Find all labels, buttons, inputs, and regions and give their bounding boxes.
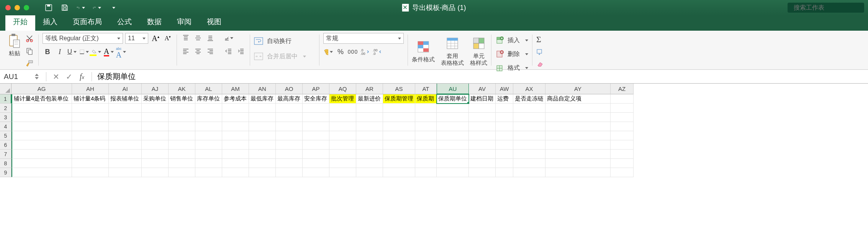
column-header-AN[interactable]: AN — [249, 84, 276, 94]
cell-AZ8[interactable] — [611, 159, 634, 168]
cell-AG7[interactable] — [11, 150, 72, 159]
autosave-icon[interactable] — [44, 3, 53, 12]
row-header-8[interactable]: 8 — [0, 159, 11, 168]
name-box[interactable]: AU1 — [0, 70, 43, 83]
cell-AI8[interactable] — [109, 159, 142, 168]
copy-button[interactable] — [25, 46, 34, 56]
cell-AI7[interactable] — [109, 150, 142, 159]
cell-AS7[interactable] — [383, 150, 415, 159]
cell-AQ5[interactable] — [329, 131, 356, 140]
search-input[interactable] — [794, 4, 868, 11]
cell-AJ9[interactable] — [142, 168, 169, 177]
underline-button[interactable]: U — [67, 47, 77, 57]
cell-AX2[interactable] — [513, 104, 545, 113]
cell-AL4[interactable] — [195, 122, 222, 131]
cell-AY3[interactable] — [545, 113, 611, 122]
tab-视图[interactable]: 视图 — [199, 14, 229, 31]
cell-AZ9[interactable] — [611, 168, 634, 177]
cell-AG6[interactable] — [11, 140, 72, 150]
cell-AV7[interactable] — [469, 150, 496, 159]
cell-AR7[interactable] — [356, 150, 383, 159]
cell-AQ3[interactable] — [329, 113, 356, 122]
tab-插入[interactable]: 插入 — [35, 14, 65, 31]
cell-AN3[interactable] — [249, 113, 276, 122]
row-header-4[interactable]: 4 — [0, 122, 11, 131]
cell-AL6[interactable] — [195, 140, 222, 150]
cell-AW7[interactable] — [496, 150, 513, 159]
fill-color-button[interactable] — [92, 47, 102, 57]
cancel-formula-button[interactable]: ✕ — [49, 72, 62, 81]
column-header-AY[interactable]: AY — [545, 84, 611, 94]
cell-AT7[interactable] — [415, 150, 437, 159]
cell-AJ7[interactable] — [142, 150, 169, 159]
cell-AZ1[interactable] — [611, 94, 634, 104]
column-header-AH[interactable]: AH — [72, 84, 109, 94]
cell-AQ7[interactable] — [329, 150, 356, 159]
column-header-AO[interactable]: AO — [276, 84, 303, 94]
cell-AK2[interactable] — [169, 104, 195, 113]
cell-AR9[interactable] — [356, 168, 383, 177]
cell-AY7[interactable] — [545, 150, 611, 159]
table-format-button[interactable]: 套用 表格格式 — [441, 36, 464, 66]
cell-AW2[interactable] — [496, 104, 513, 113]
cell-AO6[interactable] — [276, 140, 303, 150]
cell-AP3[interactable] — [303, 113, 329, 122]
cell-AL5[interactable] — [195, 131, 222, 140]
cell-AZ3[interactable] — [611, 113, 634, 122]
cell-AP6[interactable] — [303, 140, 329, 150]
cell-AW9[interactable] — [496, 168, 513, 177]
tab-公式[interactable]: 公式 — [110, 14, 139, 31]
number-format-dropdown[interactable]: 常规 — [323, 33, 404, 44]
column-header-AL[interactable]: AL — [195, 84, 222, 94]
cell-AN9[interactable] — [249, 168, 276, 177]
cell-AM8[interactable] — [222, 159, 249, 168]
column-header-AX[interactable]: AX — [513, 84, 545, 94]
tab-开始[interactable]: 开始 — [5, 14, 35, 31]
cell-AK4[interactable] — [169, 122, 195, 131]
spreadsheet-grid[interactable]: AGAHAIAJAKALAMANAOAPAQARASATAUAVAWAXAYAZ… — [0, 84, 868, 177]
cell-AT9[interactable] — [415, 168, 437, 177]
cell-AO3[interactable] — [276, 113, 303, 122]
column-header-AS[interactable]: AS — [383, 84, 415, 94]
cell-AR8[interactable] — [356, 159, 383, 168]
cell-AG3[interactable] — [11, 113, 72, 122]
border-button[interactable] — [79, 47, 89, 57]
cell-AP8[interactable] — [303, 159, 329, 168]
cell-AT6[interactable] — [415, 140, 437, 150]
cell-AY4[interactable] — [545, 122, 611, 131]
tab-数据[interactable]: 数据 — [139, 14, 169, 31]
redo-icon[interactable] — [93, 3, 101, 12]
orientation-button[interactable]: ab — [224, 33, 234, 43]
font-name-dropdown[interactable]: 等线 Regular (正文) — [43, 33, 123, 44]
cell-AZ5[interactable] — [611, 131, 634, 140]
cell-AW8[interactable] — [496, 159, 513, 168]
insert-cells-button[interactable]: 插入 — [495, 34, 528, 47]
undo-icon[interactable] — [77, 3, 85, 12]
cell-AS9[interactable] — [383, 168, 415, 177]
cell-AV3[interactable] — [469, 113, 496, 122]
cell-AM1[interactable]: 参考成本 — [222, 94, 249, 104]
cell-AH7[interactable] — [72, 150, 109, 159]
cell-AH5[interactable] — [72, 131, 109, 140]
cell-AN8[interactable] — [249, 159, 276, 168]
cell-AP5[interactable] — [303, 131, 329, 140]
cell-AU8[interactable] — [437, 159, 469, 168]
enter-formula-button[interactable]: ✓ — [62, 72, 75, 81]
cell-AV5[interactable] — [469, 131, 496, 140]
cell-AJ5[interactable] — [142, 131, 169, 140]
cell-AY6[interactable] — [545, 140, 611, 150]
cell-AW4[interactable] — [496, 122, 513, 131]
row-header-6[interactable]: 6 — [0, 140, 11, 150]
cell-AP1[interactable]: 安全库存 — [303, 94, 329, 104]
column-header-AV[interactable]: AV — [469, 84, 496, 94]
cell-AT1[interactable]: 保质期 — [415, 94, 437, 104]
cell-AU5[interactable] — [437, 131, 469, 140]
cell-AU1[interactable]: 保质期单位 — [437, 94, 469, 104]
cell-AK9[interactable] — [169, 168, 195, 177]
cell-AQ2[interactable] — [329, 104, 356, 113]
increase-indent-button[interactable] — [236, 46, 246, 56]
cell-AV9[interactable] — [469, 168, 496, 177]
autosum-button[interactable]: Σ — [536, 34, 541, 45]
cell-AW5[interactable] — [496, 131, 513, 140]
tab-审阅[interactable]: 审阅 — [169, 14, 199, 31]
